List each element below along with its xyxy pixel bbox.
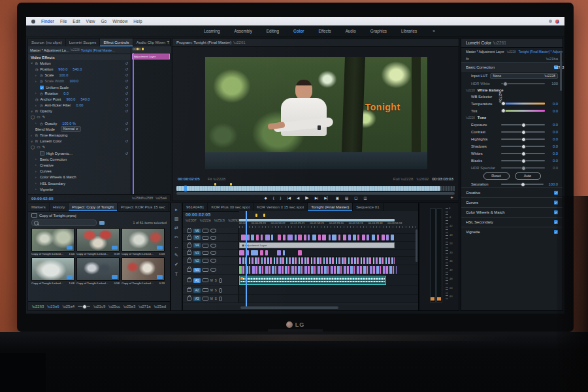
video-clip[interactable] (357, 235, 359, 240)
slider-track[interactable] (501, 167, 545, 169)
snap-icon[interactable]: \u222a (200, 218, 211, 222)
project-item[interactable]: Copy of Tonight Linked…3:19 (76, 228, 120, 255)
video-clip[interactable] (386, 235, 389, 240)
hdr-white-slider[interactable] (501, 83, 545, 84)
mini-timeline-marker[interactable] (137, 48, 139, 50)
workspace-tab-color[interactable]: Color (293, 29, 304, 33)
track-badge-v3[interactable]: V3 (193, 251, 201, 255)
stopwatch-icon[interactable]: ◷ (40, 79, 42, 83)
track-badge-a1[interactable]: A1 (193, 278, 201, 283)
track-lock-icon[interactable] (187, 251, 191, 255)
mute-button[interactable]: M (210, 297, 213, 301)
reset-parameter-icon[interactable]: ↺ (125, 139, 128, 143)
twirl-icon[interactable]: › (35, 182, 38, 185)
ellipse-mask-icon[interactable]: ◯ (31, 145, 35, 149)
track-select-tool[interactable]: ▥ (172, 215, 181, 223)
input-lut-dropdown[interactable]: None\u2228 (490, 73, 558, 79)
reset-parameter-icon[interactable]: ↺ (125, 97, 128, 101)
slider-track[interactable] (501, 146, 545, 147)
slider-value[interactable]: 0.0 (547, 159, 558, 163)
playhead-timecode[interactable]: 00:00:02:05 (31, 196, 54, 201)
type-tool[interactable]: T (172, 270, 181, 278)
reset-parameter-icon[interactable]: ↺ (125, 127, 128, 131)
twirl-icon[interactable]: › (35, 170, 38, 173)
track-lock-icon[interactable] (187, 297, 191, 301)
project-search-field[interactable] (31, 220, 97, 226)
new-bin-icon[interactable]: \u25a3 (123, 304, 135, 308)
video-clip[interactable] (277, 250, 282, 255)
program-playhead[interactable] (184, 186, 187, 191)
workspace-tab-effects[interactable]: Effects (319, 29, 331, 33)
slider-knob[interactable] (521, 159, 526, 163)
razor-tool[interactable]: ✂ (172, 233, 181, 241)
list-view-icon[interactable]: \u2263 (32, 304, 44, 308)
track-output-eye-icon[interactable] (210, 236, 216, 240)
voiceover-mic-icon[interactable] (219, 297, 222, 301)
saturation-value[interactable]: 100.0 (546, 182, 558, 186)
step-forward-button[interactable]: ▶| (315, 196, 319, 200)
program-scrubber[interactable] (176, 186, 440, 191)
effect-controls-tab[interactable]: Effect Controls (100, 39, 133, 46)
slider-value[interactable]: 0.0 (547, 166, 558, 170)
track-lane[interactable] (239, 286, 418, 294)
mini-adjustment-clip[interactable]: Adjustment Layer (132, 54, 170, 59)
clip-thumbnail[interactable] (31, 228, 74, 252)
effect-row-opacity-header[interactable]: ∨fxOpacity↺ (28, 108, 131, 114)
sync-lock-icon[interactable] (203, 297, 208, 301)
track-lane[interactable] (239, 295, 418, 302)
video-clip[interactable] (260, 250, 263, 255)
reset-effect-icon[interactable]: \u21ba (546, 57, 558, 61)
video-clip[interactable] (382, 235, 385, 240)
project-tab[interactable]: Project: KOR Plus 15 sec (118, 203, 169, 211)
track-output-eye-icon[interactable] (210, 229, 216, 233)
workspace-tab-audio[interactable]: Audio (346, 29, 356, 33)
video-clip[interactable] (241, 235, 246, 240)
saturation-slider[interactable] (501, 184, 544, 185)
slider-track[interactable] (501, 131, 545, 133)
video-clip[interactable] (239, 266, 242, 274)
track-header[interactable]: V2 (183, 257, 239, 265)
dense-clip-strip[interactable] (239, 266, 397, 274)
twirl-icon[interactable]: › (31, 134, 33, 137)
effect-row-anti-flicker-filter[interactable]: ›◷Anti-flicker Filter0.00↺ (28, 103, 131, 108)
lumetri-scrollbar[interactable] (560, 52, 562, 91)
track-lock-icon[interactable] (187, 244, 191, 248)
reset-parameter-icon[interactable]: ↺ (125, 103, 128, 107)
sync-lock-icon[interactable] (203, 259, 208, 263)
delete-icon[interactable]: \u25ad (154, 304, 166, 308)
lumetri-section-color-wheels-match[interactable]: Color Wheels & Match✓ (461, 207, 563, 217)
track-lane[interactable] (239, 234, 418, 241)
lumetri-section-creative[interactable]: Creative✓ (461, 188, 563, 197)
anti-flicker-filter-value[interactable]: 0.00 (76, 103, 83, 107)
clip-thumbnail[interactable] (122, 257, 165, 281)
stopwatch-icon[interactable]: ◷ (35, 67, 38, 71)
ruler-marker[interactable] (255, 214, 257, 217)
effect-row-hsl-secondary[interactable]: ›HSL Secondary (28, 180, 131, 186)
effect-row-scale-width[interactable]: ›◷Scale Width100.0↺ (28, 78, 131, 84)
timeline-timecode[interactable]: 00:00:02:05 (183, 211, 239, 217)
effect-row-time-remapping[interactable]: ›fxTime Remapping (28, 132, 131, 138)
lift-button[interactable]: ▣ (336, 196, 339, 200)
menubar-status-icon[interactable] (549, 20, 552, 23)
voiceover-mic-icon[interactable] (219, 288, 222, 293)
lumetri-master-label[interactable]: Master * Adjustment Layer (466, 50, 504, 54)
effect-row-curves[interactable]: ›Curves (28, 169, 131, 174)
timeline-vscrollbar[interactable] (416, 229, 417, 262)
effect-row-high-dynamic-range[interactable]: High Dynamic…↺ (28, 150, 131, 156)
reset-parameter-icon[interactable]: ↺ (125, 79, 128, 83)
twirl-icon[interactable]: ∨ (31, 61, 33, 65)
video-clip[interactable] (283, 250, 285, 255)
reset-button[interactable]: Reset (483, 172, 510, 180)
temperature-value[interactable]: 0.0 (547, 102, 558, 106)
tint-value[interactable]: 0.0 (547, 109, 558, 113)
effect-row-video-effects-header[interactable]: Video Effects (28, 54, 131, 60)
track-output-eye-icon[interactable] (210, 244, 216, 248)
position-value[interactable]: 540.0 (73, 67, 82, 71)
track-lock-icon[interactable] (187, 278, 191, 282)
freeform-view-icon[interactable]: \u25a4 (63, 304, 74, 308)
new-item-icon[interactable]: \u271a (139, 304, 150, 308)
step-back-button[interactable]: ◀ (297, 196, 299, 200)
clip-thumbnail[interactable] (76, 257, 120, 281)
program-marker[interactable] (214, 183, 216, 186)
video-clip[interactable] (256, 235, 259, 240)
